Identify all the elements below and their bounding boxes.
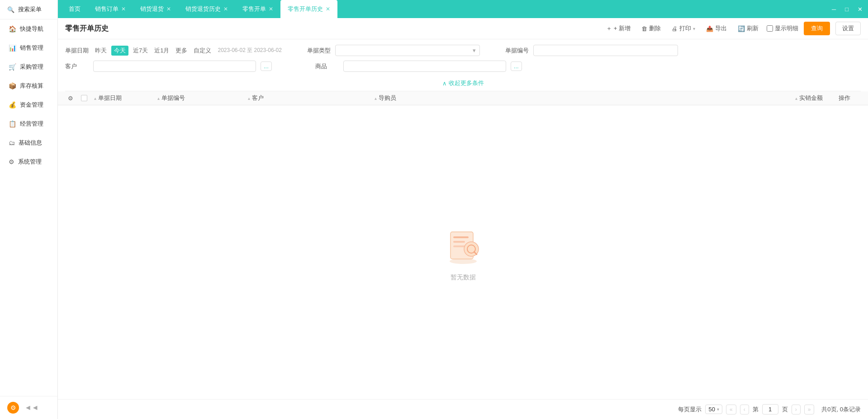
sidebar-item-operation[interactable]: 📋 经营管理 — [0, 114, 57, 133]
filter-row-1: 单据日期 昨天 今天 近7天 近1月 更多 自定义 2023-06-02 至 2… — [65, 45, 861, 56]
collapse-filter-button[interactable]: ∧ 收起更多条件 — [65, 76, 861, 91]
money-icon: 💰 — [9, 101, 16, 108]
goods-filter-dots[interactable]: ... — [511, 61, 522, 71]
sort-up-icon: ▴ — [94, 96, 96, 101]
close-button[interactable]: ✕ — [856, 6, 864, 13]
svg-point-0 — [450, 259, 477, 264]
page-content: 零售开单历史 ＋ + 新增 🗑 删除 🖨 打印 ▾ 📤 导出 — [58, 18, 868, 419]
prev-page-button[interactable]: ‹ — [740, 405, 749, 414]
sidebar-item-sys-mgmt[interactable]: ⚙ 系统管理 — [0, 152, 57, 171]
sidebar-item-label: 系统管理 — [18, 158, 42, 166]
type-filter-label: 单据类型 — [307, 47, 332, 55]
tab-retail-open[interactable]: 零售开单 ✕ — [235, 0, 280, 18]
tab-sales-return-close[interactable]: ✕ — [166, 6, 171, 12]
last-page-button[interactable]: » — [804, 405, 815, 414]
sidebar-item-basic-info[interactable]: 🗂 基础信息 — [0, 133, 57, 152]
tab-retail-open-close[interactable]: ✕ — [269, 6, 273, 12]
column-settings-button[interactable]: ⚙ — [63, 95, 78, 102]
export-button[interactable]: 📤 导出 — [703, 23, 730, 34]
col-num-label: 单据编号 — [161, 94, 185, 102]
main-area: 首页 销售订单 ✕ 销货退货 ✕ 销货退货历史 ✕ 零售开单 ✕ 零售开单历史 … — [58, 0, 868, 419]
export-icon: 📤 — [706, 25, 713, 32]
sort-guide-icon: ▴ — [375, 96, 377, 101]
empty-text: 暂无数据 — [451, 273, 476, 282]
goods-filter-input[interactable] — [343, 61, 506, 72]
settings-button-toolbar[interactable]: 设置 — [835, 22, 861, 35]
date-options: 昨天 今天 近7天 近1月 更多 自定义 2023-06-02 至 2023-0… — [93, 46, 282, 56]
sidebar-item-sales-mgmt[interactable]: 📊 销售管理 — [0, 38, 57, 57]
date-option-7days[interactable]: 近7天 — [131, 46, 150, 56]
sidebar-item-label: 库存核算 — [20, 82, 43, 90]
tab-retail-history-label: 零售开单历史 — [288, 5, 323, 13]
col-op-label: 操作 — [839, 94, 850, 102]
customer-filter-input[interactable] — [93, 61, 256, 72]
query-button[interactable]: 查询 — [804, 22, 830, 35]
minimize-button[interactable]: ─ — [830, 6, 838, 13]
type-select[interactable]: ▾ — [335, 45, 480, 56]
show-detail-checkbox[interactable] — [767, 25, 773, 32]
maximize-button[interactable]: □ — [843, 6, 850, 13]
collapse-sidebar-button[interactable]: ◄◄ — [24, 404, 39, 412]
toolbar: 零售开单历史 ＋ + 新增 🗑 删除 🖨 打印 ▾ 📤 导出 — [58, 18, 868, 39]
tab-sales-return[interactable]: 销货退货 ✕ — [133, 0, 178, 18]
tab-retail-history-close[interactable]: ✕ — [326, 6, 330, 12]
col-header-amount[interactable]: ▴ 实销金额 — [772, 94, 826, 102]
next-page-button[interactable]: › — [792, 405, 801, 414]
print-arrow-icon: ▾ — [693, 26, 695, 31]
col-header-guide[interactable]: ▴ 导购员 — [371, 94, 425, 102]
col-customer-label: 客户 — [252, 94, 264, 102]
refresh-icon: 🔄 — [738, 25, 745, 32]
date-option-yesterday[interactable]: 昨天 — [93, 46, 109, 56]
tab-home[interactable]: 首页 — [62, 0, 88, 18]
home-icon: 🏠 — [9, 25, 16, 33]
num-filter-input[interactable] — [533, 45, 678, 56]
sort-amount-icon: ▴ — [795, 96, 797, 101]
print-button[interactable]: 🖨 打印 ▾ — [669, 23, 698, 34]
settings-icon: ⚙ — [9, 158, 14, 165]
settings-button[interactable]: ⚙ — [7, 402, 19, 414]
first-page-button[interactable]: « — [726, 405, 736, 414]
tab-sales-return-history-close[interactable]: ✕ — [223, 6, 228, 12]
table-header: ⚙ ▴ 单据日期 ▴ 单据编号 ▴ 客户 ▴ — [58, 91, 868, 105]
col-header-num[interactable]: ▴ 单据编号 — [154, 94, 244, 102]
collapse-up-icon: ∧ — [442, 80, 447, 87]
tab-sales-return-history[interactable]: 销货退货历史 ✕ — [178, 0, 235, 18]
page-prefix-label: 第 — [753, 405, 759, 414]
empty-icon — [441, 223, 486, 268]
date-filter: 单据日期 昨天 今天 近7天 近1月 更多 自定义 2023-06-02 至 2… — [65, 46, 282, 56]
refresh-button[interactable]: 🔄 刷新 — [735, 23, 761, 34]
page-number-input[interactable] — [762, 404, 778, 414]
tab-sales-order-close[interactable]: ✕ — [121, 6, 126, 12]
type-filter: 单据类型 ▾ — [307, 45, 480, 56]
customer-filter-dots[interactable]: ... — [261, 61, 272, 71]
delete-button[interactable]: 🗑 删除 — [639, 23, 664, 34]
sidebar-item-purchase-mgmt[interactable]: 🛒 采购管理 — [0, 57, 57, 76]
add-button[interactable]: ＋ + 新增 — [603, 23, 633, 34]
goods-filter-label: 商品 — [315, 62, 341, 71]
page-title: 零售开单历史 — [65, 24, 603, 33]
sidebar-item-inventory[interactable]: 📦 库存核算 — [0, 76, 57, 95]
tab-sales-order[interactable]: 销售订单 ✕ — [88, 0, 133, 18]
date-option-more[interactable]: 更多 — [174, 46, 189, 56]
sidebar-item-label: 经营管理 — [20, 120, 43, 128]
show-detail-toggle[interactable]: 显示明细 — [767, 24, 798, 33]
tab-retail-history[interactable]: 零售开单历史 ✕ — [280, 0, 337, 18]
date-option-1month[interactable]: 近1月 — [152, 46, 171, 56]
window-controls: ─ □ ✕ — [830, 6, 864, 13]
sidebar-item-quick-nav[interactable]: 🏠 快捷导航 — [0, 19, 57, 38]
col-amount-label: 实销金额 — [799, 94, 823, 102]
col-guide-label: 导购员 — [379, 94, 396, 102]
chart-icon: 📊 — [9, 44, 16, 52]
sidebar-item-finance[interactable]: 💰 资金管理 — [0, 95, 57, 114]
settings-label: 设置 — [842, 25, 854, 32]
sidebar-item-label: 基础信息 — [19, 139, 42, 147]
date-option-custom[interactable]: 自定义 — [192, 46, 213, 56]
search-menu-item[interactable]: 🔍 搜索采单 — [0, 0, 57, 19]
col-header-date[interactable]: ▴ 单据日期 — [90, 94, 154, 102]
search-label: 搜索采单 — [18, 5, 42, 14]
date-option-today[interactable]: 今天 — [111, 46, 128, 56]
col-header-customer[interactable]: ▴ 客户 — [244, 94, 371, 102]
per-page-select[interactable]: 50 ▾ — [705, 405, 722, 414]
goods-filter: 商品 ... — [315, 61, 522, 72]
select-all-checkbox[interactable] — [78, 95, 90, 101]
